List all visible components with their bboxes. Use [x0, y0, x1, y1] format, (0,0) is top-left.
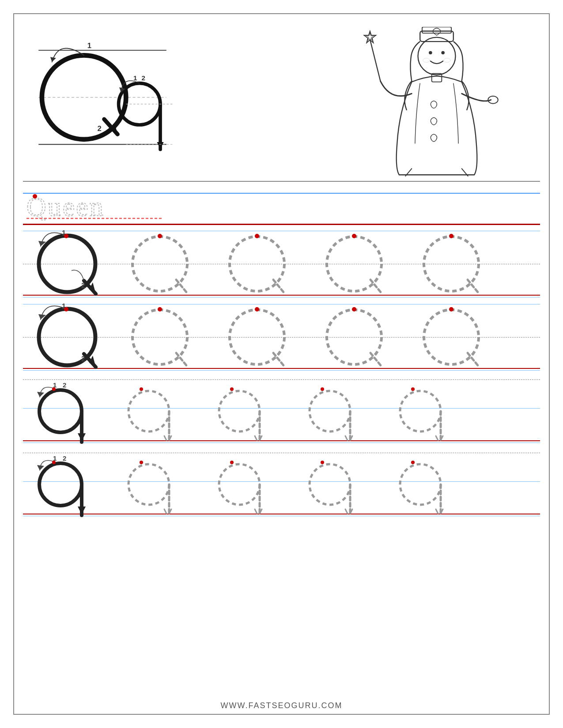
svg-point-21	[441, 51, 445, 55]
svg-point-101	[310, 464, 350, 505]
svg-point-81	[230, 387, 234, 391]
svg-point-84	[321, 387, 324, 391]
queen-illustration	[333, 23, 540, 181]
row3-letters-svg: 1 2	[27, 375, 544, 445]
svg-point-65	[352, 307, 356, 311]
letter-demo: 1 2 1 2	[23, 23, 333, 181]
practice-section: 1 2	[23, 229, 540, 522]
word-bottom-line	[23, 224, 540, 225]
word-trace-svg: Queen	[26, 188, 168, 221]
svg-text:1: 1	[87, 41, 91, 50]
word-section: Queen	[23, 186, 540, 225]
svg-point-40	[158, 234, 162, 238]
practice-row-q2: 1 2	[23, 448, 540, 519]
svg-point-75	[52, 387, 56, 391]
svg-point-100	[230, 461, 234, 464]
svg-point-46	[352, 234, 356, 238]
svg-point-94	[52, 461, 56, 464]
svg-point-98	[219, 464, 260, 505]
svg-point-85	[400, 391, 441, 432]
svg-point-49	[449, 234, 453, 238]
svg-marker-71	[78, 433, 86, 441]
svg-point-104	[400, 464, 441, 505]
svg-text:2: 2	[63, 454, 66, 462]
svg-point-79	[219, 391, 260, 432]
svg-marker-7	[50, 57, 56, 62]
svg-rect-17	[420, 31, 453, 41]
website-url: WWW.FASTSEOGURU.COM	[221, 701, 343, 710]
practice-row-Q2: 1 2	[23, 302, 540, 372]
svg-point-95	[128, 464, 169, 505]
svg-point-22	[423, 58, 430, 62]
svg-text:2: 2	[63, 381, 66, 389]
footer: WWW.FASTSEOGURU.COM	[14, 701, 549, 710]
svg-point-69	[39, 390, 82, 432]
svg-text:Queen: Queen	[26, 191, 105, 221]
svg-point-43	[255, 234, 259, 238]
svg-point-37	[64, 234, 68, 238]
top-section: 1 2 1 2	[23, 23, 540, 182]
worksheet-page: 1 2 1 2	[13, 13, 550, 715]
svg-marker-90	[78, 507, 86, 514]
svg-point-23	[444, 58, 450, 62]
big-letter-demo-svg: 1 2 1 2	[32, 27, 173, 177]
svg-point-76	[128, 391, 169, 432]
svg-point-56	[64, 307, 68, 311]
svg-marker-11	[157, 142, 163, 149]
svg-point-62	[255, 307, 259, 311]
svg-point-78	[140, 387, 143, 391]
svg-point-88	[39, 463, 82, 506]
svg-point-106	[411, 461, 415, 464]
row4-letters-svg: 1 2	[27, 448, 544, 518]
svg-text:1: 1	[133, 74, 137, 82]
svg-line-25	[370, 39, 381, 81]
svg-point-68	[449, 307, 453, 311]
svg-point-20	[429, 51, 432, 55]
svg-point-19	[418, 38, 455, 75]
svg-point-82	[310, 391, 350, 432]
svg-text:2: 2	[98, 124, 102, 133]
queen-svg	[353, 27, 521, 177]
word-start-dot	[33, 194, 37, 199]
svg-point-97	[140, 461, 143, 464]
practice-row-q1: 1 2	[23, 375, 540, 446]
svg-text:2: 2	[81, 355, 85, 363]
row2-letters-svg: 1 2	[27, 302, 544, 372]
svg-point-59	[158, 307, 162, 311]
svg-point-103	[321, 461, 324, 464]
practice-row-Q1: 1 2	[23, 229, 540, 299]
row1-letters-svg: 1 2	[27, 229, 544, 298]
svg-point-87	[411, 387, 415, 391]
svg-text:2: 2	[141, 74, 145, 82]
svg-text:2: 2	[81, 282, 85, 289]
